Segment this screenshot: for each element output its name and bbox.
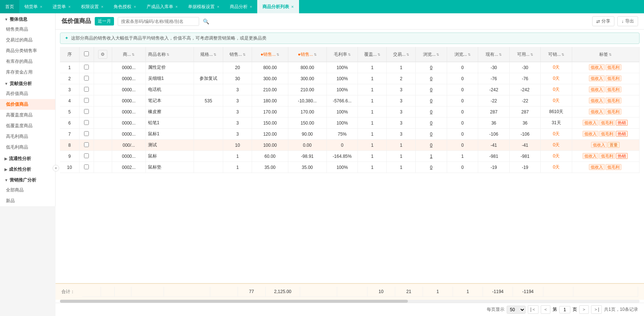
col-header-gross[interactable]: 毛利率⇅ [326,47,358,62]
col-header-tag[interactable]: 标签⇅ [572,47,639,62]
close-icon[interactable]: × [217,4,219,9]
col-header-stock[interactable]: 现有...⇅ [478,47,510,62]
close-icon[interactable]: × [101,4,103,9]
cell-browse1[interactable]: 0 [416,84,447,95]
cell-browse1[interactable]: 0 [416,95,447,106]
row-checkbox[interactable] [84,131,89,136]
cell-check[interactable] [79,162,94,173]
sidebar-group-circulation[interactable]: ▶ 流通性分析 [0,153,55,163]
col-header-name[interactable]: 商品名称⇅ [145,47,194,62]
cell-check[interactable] [79,106,94,118]
nav-item-analysis[interactable]: 商品分析 × [225,0,257,13]
row-checkbox[interactable] [84,87,89,92]
sidebar-item-sales-products[interactable]: 销售类商品 [0,24,55,35]
sidebar-item-stocked-products[interactable]: 有库存的商品 [0,56,55,67]
cell-browse1[interactable]: 0 [416,162,447,173]
cell-check[interactable] [79,129,94,140]
sidebar-item-low-margin[interactable]: 低毛利商品 [0,142,55,153]
cell-check[interactable] [79,140,94,151]
page-number-input[interactable] [559,306,570,313]
sidebar-item-high-value[interactable]: 高价值商品 [0,88,55,99]
cell-check[interactable] [79,95,94,106]
sidebar-group-marketing[interactable]: ▼ 营销推广分析 [0,174,55,185]
col-header-spec[interactable]: 规格...⇅ [194,47,223,62]
gear-button[interactable]: ⚙ [98,50,107,59]
col-header-sellable[interactable]: 可销...⇅ [541,47,572,62]
row-checkbox[interactable] [84,65,89,69]
sidebar-item-category-sales-rate[interactable]: 商品分类销售率 [0,45,55,56]
col-header-sales-qty[interactable]: 销售...⇅ [223,47,252,62]
cell-check[interactable] [79,62,94,73]
nav-item-purchase[interactable]: 进货单 × [47,0,76,13]
col-header-avail[interactable]: 可用...⇅ [509,47,541,62]
sidebar-item-low-value[interactable]: 低价值商品 [0,99,55,110]
cell-check[interactable] [79,118,94,129]
row-checkbox[interactable] [84,98,89,103]
nav-item-home[interactable]: 首页 [0,0,19,13]
nav-item-role[interactable]: 角色授权 × [108,0,141,13]
row-checkbox[interactable] [84,153,89,158]
close-icon[interactable]: × [68,4,70,9]
nav-item-product-stock[interactable]: 产成品入库单 × [141,0,183,13]
scrollbar-thumb[interactable] [60,300,408,303]
col-header-sales-amt[interactable]: ●销售...⇅ [252,47,288,62]
row-checkbox[interactable] [84,109,89,114]
sidebar-group-growth[interactable]: ▶ 成长性分析 [0,163,55,174]
col-header-code[interactable]: 商...⇅ [112,47,145,62]
close-icon[interactable]: × [291,4,294,9]
per-page-label: 每页显示 [487,306,504,313]
close-icon[interactable]: × [134,4,136,9]
select-all-checkbox[interactable] [84,51,89,56]
sidebar-group-overall[interactable]: ▼ 整体信息 [0,13,55,24]
cell-browse1[interactable]: 0 [416,118,447,129]
nav-item-permission[interactable]: 权限设置 × [76,0,108,13]
cell-check[interactable] [79,73,94,84]
sidebar-item-high-coverage[interactable]: 高覆盖度商品 [0,110,55,120]
last-page-button[interactable]: ＞| [591,305,602,314]
sidebar-item-low-coverage[interactable]: 低覆盖度商品 [0,120,55,131]
sidebar-collapse-button[interactable]: « [53,165,59,171]
prev-page-button[interactable]: ＜ [541,305,550,314]
col-header-trade[interactable]: 交易...⇅ [387,47,416,62]
period-button[interactable]: 近一月 [95,17,114,26]
cell-check[interactable] [79,84,94,95]
sidebar-item-new-products[interactable]: 新品 [0,196,55,206]
close-icon[interactable]: × [175,4,178,9]
search-input[interactable] [118,17,199,26]
sidebar-item-high-margin[interactable]: 高毛利商品 [0,131,55,142]
row-checkbox[interactable] [84,76,89,81]
row-checkbox[interactable] [84,142,89,147]
info-banner: ✦ 这部分商品的销售收入大幅低于商品平均销售收入，价值不高，可考虑调整营销策略，… [60,33,640,44]
content-area: 低价值商品 近一月 🔍 ⇄ 分享 ↓ 导出 ✦ 这部分商品的销售收入大幅低于商品… [56,13,644,316]
cell-browse1[interactable]: 0 [416,140,447,151]
search-icon[interactable]: 🔍 [203,18,209,24]
col-header-cover[interactable]: 覆盖...⇅ [358,47,387,62]
sidebar-item-all-products[interactable]: 全部商品 [0,185,55,196]
nav-item-sales[interactable]: 销货单 × [19,0,47,13]
sidebar-item-traded-products[interactable]: 交易过的商品 [0,35,55,45]
close-icon[interactable]: × [40,4,42,9]
col-header-gear[interactable]: ⚙ [94,47,112,62]
close-icon[interactable]: × [250,4,252,9]
share-button[interactable]: ⇄ 分享 [592,16,614,26]
nav-item-template[interactable]: 单据模板设置 × [183,0,224,13]
per-page-select[interactable]: 50 100 200 [507,306,526,314]
first-page-button[interactable]: |＜ [528,305,539,314]
nav-item-analysis-list[interactable]: 商品分析列表 × [257,0,299,13]
sidebar-item-stock-capital[interactable]: 库存资金占用 [0,67,55,78]
col-header-browse2[interactable]: 浏览...⇅ [447,47,478,62]
cell-check[interactable] [79,151,94,162]
cell-browse1[interactable]: 1 [416,151,447,162]
cell-browse1[interactable]: 0 [416,73,447,84]
row-checkbox[interactable] [84,120,89,125]
cell-browse1[interactable]: 0 [416,62,447,73]
cell-browse1[interactable]: 0 [416,129,447,140]
horizontal-scrollbar[interactable] [60,300,640,303]
cell-browse1[interactable]: 0 [416,106,447,118]
row-checkbox[interactable] [84,164,89,169]
export-button[interactable]: ↓ 导出 [617,16,638,26]
col-header-sales-avg[interactable]: ●销售...⇅ [288,47,326,62]
sidebar-group-contribution[interactable]: ▼ 贡献值分析 [0,78,55,88]
next-page-button[interactable]: ＞ [579,305,589,314]
col-header-browse1[interactable]: 浏览...⇅ [416,47,447,62]
